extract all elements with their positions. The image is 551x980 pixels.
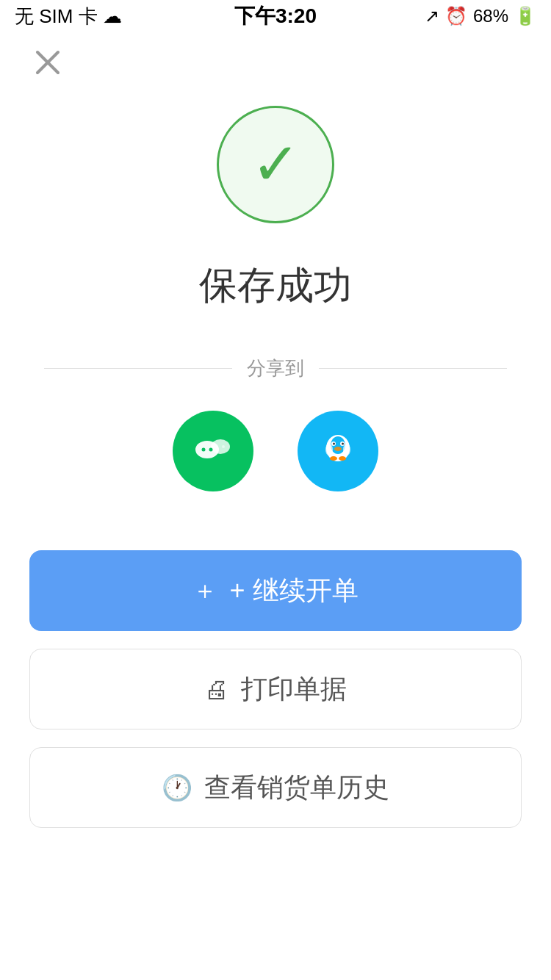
share-divider: 分享到	[0, 356, 551, 381]
success-circle: ✓	[217, 106, 334, 223]
alarm-icon: ⏰	[445, 6, 467, 26]
location-icon: ↗	[425, 6, 439, 26]
qq-icon	[314, 428, 361, 475]
svg-point-18	[339, 456, 346, 461]
print-button[interactable]: 🖨 打印单据	[29, 649, 522, 729]
share-icons-container	[173, 411, 378, 491]
share-label: 分享到	[232, 356, 319, 381]
continue-button[interactable]: ＋ + 继续开单	[29, 550, 522, 631]
svg-point-3	[211, 439, 230, 454]
continue-icon: ＋	[192, 574, 217, 608]
svg-point-17	[330, 456, 337, 461]
svg-point-12	[333, 443, 335, 445]
continue-label: + 继续开单	[229, 573, 358, 609]
svg-point-15	[325, 444, 333, 455]
divider-line-left	[44, 368, 232, 369]
sim-status: 无 SIM 卡 ☁	[15, 4, 122, 29]
status-left: 无 SIM 卡 ☁	[15, 4, 122, 29]
qq-share-button[interactable]	[298, 411, 378, 491]
print-icon: 🖨	[204, 675, 229, 704]
close-icon	[35, 49, 61, 76]
history-icon: 🕐	[162, 773, 192, 802]
history-label: 查看销货单历史	[204, 770, 389, 806]
print-label: 打印单据	[241, 671, 347, 707]
status-right: ↗ ⏰ 68% 🔋	[425, 6, 536, 26]
checkmark-icon: ✓	[251, 135, 300, 194]
svg-point-16	[343, 444, 350, 455]
wechat-share-button[interactable]	[173, 411, 253, 491]
svg-point-13	[342, 443, 344, 445]
divider-line-right	[319, 368, 507, 369]
svg-point-4	[202, 448, 206, 452]
action-buttons: ＋ + 继续开单 🖨 打印单据 🕐 查看销货单历史	[0, 550, 551, 828]
status-time: 下午3:20	[234, 2, 317, 30]
svg-point-14	[334, 447, 342, 451]
history-button[interactable]: 🕐 查看销货单历史	[29, 747, 522, 828]
battery-icon: 🔋	[514, 6, 536, 26]
svg-point-6	[215, 445, 218, 448]
main-content: ✓ 保存成功 分享到	[0, 32, 551, 828]
battery-level: 68%	[473, 6, 508, 26]
close-button[interactable]	[29, 44, 66, 81]
success-title: 保存成功	[199, 260, 352, 311]
wechat-icon	[190, 428, 237, 475]
status-bar: 无 SIM 卡 ☁ 下午3:20 ↗ ⏰ 68% 🔋	[0, 0, 551, 32]
svg-point-5	[209, 448, 213, 452]
svg-point-7	[222, 445, 225, 448]
